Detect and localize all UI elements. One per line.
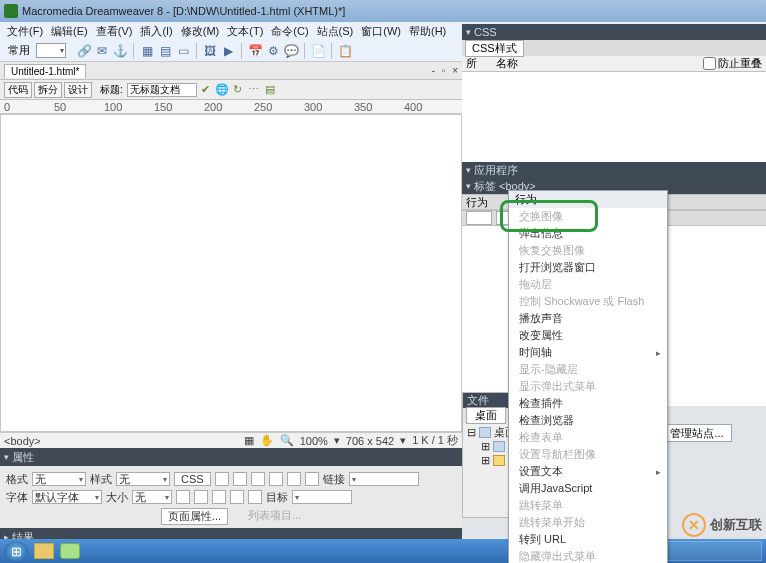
list-ol-icon[interactable] [212, 490, 226, 504]
size-select[interactable]: 无 [132, 490, 172, 504]
table-icon[interactable]: ▦ [139, 43, 155, 59]
zoom-percent[interactable]: 100% [300, 435, 328, 447]
css-col-name: 名称 [492, 56, 522, 71]
page-title-input[interactable] [127, 83, 197, 97]
view-design-button[interactable]: 设计 [64, 82, 92, 98]
css-col-all[interactable]: 所 [462, 56, 492, 71]
page-properties-button[interactable]: 页面属性... [161, 508, 228, 525]
menu-help[interactable]: 帮助(H) [406, 24, 449, 39]
format-select[interactable]: 无 [32, 472, 86, 486]
anchor-icon[interactable]: ⚓ [112, 43, 128, 59]
watermark-text: 创新互联 [710, 516, 762, 534]
italic-icon[interactable] [233, 472, 247, 486]
hyperlink-icon[interactable]: 🔗 [76, 43, 92, 59]
tag-selector[interactable]: <body> [4, 435, 41, 447]
css-panel-header[interactable]: CSS [462, 24, 766, 40]
media-icon[interactable]: ▶ [220, 43, 236, 59]
validate-icon[interactable]: ✔ [199, 83, 213, 97]
select-tool-icon[interactable]: ▦ [244, 434, 254, 447]
align-right-icon[interactable] [287, 472, 301, 486]
tag-icon-1[interactable] [466, 211, 492, 225]
system-tray[interactable] [652, 541, 762, 561]
behaviors-tab[interactable]: 行为 [466, 195, 488, 210]
menu-file[interactable]: 文件(F) [4, 24, 46, 39]
browser-icon[interactable]: 🌐 [215, 83, 229, 97]
css-styles-tab[interactable]: CSS样式 [465, 40, 524, 57]
context-menu-item[interactable]: 弹出信息 [509, 225, 667, 242]
context-menu-item: 跳转菜单 [509, 497, 667, 514]
view-options-icon[interactable]: ▤ [263, 83, 277, 97]
comment-icon[interactable]: 💬 [283, 43, 299, 59]
list-ul-icon[interactable] [194, 490, 208, 504]
align-left-icon[interactable] [251, 472, 265, 486]
context-menu-item[interactable]: 时间轴 [509, 344, 667, 361]
prevent-overlap-checkbox[interactable] [703, 57, 716, 70]
context-menu-item[interactable]: 设置文本 [509, 463, 667, 480]
date-icon[interactable]: 📅 [247, 43, 263, 59]
context-menu-item: 显示-隐藏层 [509, 361, 667, 378]
dreamweaver-taskbar-icon[interactable] [60, 543, 80, 559]
manage-sites-button[interactable]: 管理站点... [662, 424, 732, 442]
context-menu-item[interactable]: 改变属性 [509, 327, 667, 344]
context-menu-item[interactable]: 检查浏览器 [509, 412, 667, 429]
format-label: 格式 [6, 472, 28, 487]
link-select[interactable] [349, 472, 419, 486]
menu-modify[interactable]: 修改(M) [178, 24, 223, 39]
toolbar-dropdown[interactable] [36, 43, 66, 58]
start-button[interactable]: ⊞ [4, 541, 28, 561]
div-icon[interactable]: ▭ [175, 43, 191, 59]
context-menu-item: 设置导航栏图像 [509, 446, 667, 463]
font-label: 字体 [6, 490, 28, 505]
context-menu-item[interactable]: 转到 URL [509, 531, 667, 548]
view-code-button[interactable]: 代码 [4, 82, 32, 98]
align-center-icon[interactable] [269, 472, 283, 486]
menu-command[interactable]: 命令(C) [268, 24, 311, 39]
hand-tool-icon[interactable]: ✋ [260, 434, 274, 447]
context-menu-item: 拖动层 [509, 276, 667, 293]
title-label: 标题: [100, 83, 123, 97]
email-icon[interactable]: ✉ [94, 43, 110, 59]
context-menu-item: 恢复交换图像 [509, 242, 667, 259]
target-select[interactable] [292, 490, 352, 504]
font-select[interactable]: 默认字体 [32, 490, 102, 504]
menu-edit[interactable]: 编辑(E) [48, 24, 91, 39]
window-size[interactable]: 706 x 542 [346, 435, 394, 447]
files-desktop-tab[interactable]: 桌面 [466, 407, 506, 424]
app-panel-header[interactable]: 应用程序 [462, 162, 766, 178]
color-swatch[interactable] [176, 490, 190, 504]
menu-insert[interactable]: 插入(I) [137, 24, 175, 39]
options-icon[interactable]: ⋯ [247, 83, 261, 97]
view-split-button[interactable]: 拆分 [34, 82, 62, 98]
script-icon[interactable]: 📄 [310, 43, 326, 59]
menu-view[interactable]: 查看(V) [93, 24, 136, 39]
menu-window[interactable]: 窗口(W) [358, 24, 404, 39]
layout-icon[interactable]: ▤ [157, 43, 173, 59]
context-menu-item[interactable]: 打开浏览器窗口 [509, 259, 667, 276]
server-icon[interactable]: ⚙ [265, 43, 281, 59]
context-menu-item: 隐藏弹出式菜单 [509, 548, 667, 563]
css-button[interactable]: CSS [174, 472, 211, 486]
context-menu-item: 显示弹出式菜单 [509, 378, 667, 395]
explorer-taskbar-icon[interactable] [34, 543, 54, 559]
style-select[interactable]: 无 [116, 472, 170, 486]
target-label: 目标 [266, 490, 288, 505]
document-tab[interactable]: Untitled-1.html* [4, 64, 86, 78]
context-menu-item[interactable]: 检查插件 [509, 395, 667, 412]
context-menu-item[interactable]: 调用JavaScript [509, 480, 667, 497]
image-icon[interactable]: 🖼 [202, 43, 218, 59]
css-list[interactable] [462, 72, 766, 162]
menu-text[interactable]: 文本(T) [224, 24, 266, 39]
template-icon[interactable]: 📋 [337, 43, 353, 59]
properties-header[interactable]: 属性 [0, 448, 462, 466]
menu-site[interactable]: 站点(S) [314, 24, 357, 39]
context-menu-item: 交换图像 [509, 208, 667, 225]
indent-icon[interactable] [248, 490, 262, 504]
design-canvas[interactable] [0, 114, 462, 432]
align-justify-icon[interactable] [305, 472, 319, 486]
context-menu-item[interactable]: 播放声音 [509, 310, 667, 327]
doc-window-buttons[interactable]: - ▫ × [432, 65, 462, 76]
zoom-tool-icon[interactable]: 🔍 [280, 434, 294, 447]
bold-icon[interactable] [215, 472, 229, 486]
outdent-icon[interactable] [230, 490, 244, 504]
refresh-icon[interactable]: ↻ [231, 83, 245, 97]
